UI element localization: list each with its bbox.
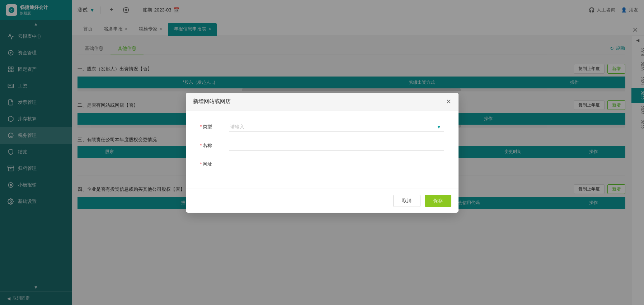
form-item-type: *类型 ▼ (200, 122, 444, 132)
form-item-name: *名称 (200, 140, 444, 151)
form-label-type: *类型 (200, 124, 229, 130)
modal-close-icon[interactable]: ✕ (446, 98, 451, 106)
url-input[interactable] (229, 159, 444, 169)
cancel-button[interactable]: 取消 (393, 195, 420, 207)
modal-header: 新增网站或网店 ✕ (186, 93, 459, 111)
name-input[interactable] (229, 140, 444, 151)
form-label-name: *名称 (200, 142, 229, 149)
modal-footer: 取消 保存 (186, 189, 459, 213)
form-input-wrap-name (229, 140, 444, 151)
form-label-url: *网址 (200, 161, 229, 167)
type-input[interactable] (229, 122, 444, 132)
form-input-wrap-type: ▼ (229, 122, 444, 132)
save-button[interactable]: 保存 (425, 195, 451, 207)
form-item-url: *网址 (200, 159, 444, 169)
modal-overlay[interactable]: 新增网站或网店 ✕ *类型 ▼ *名称 (0, 0, 644, 305)
modal-body: *类型 ▼ *名称 *网址 (186, 111, 459, 189)
type-dropdown-icon: ▼ (437, 124, 441, 129)
form-input-wrap-url (229, 159, 444, 169)
modal-add-website: 新增网站或网店 ✕ *类型 ▼ *名称 (186, 93, 459, 213)
modal-title: 新增网站或网店 (193, 98, 231, 105)
